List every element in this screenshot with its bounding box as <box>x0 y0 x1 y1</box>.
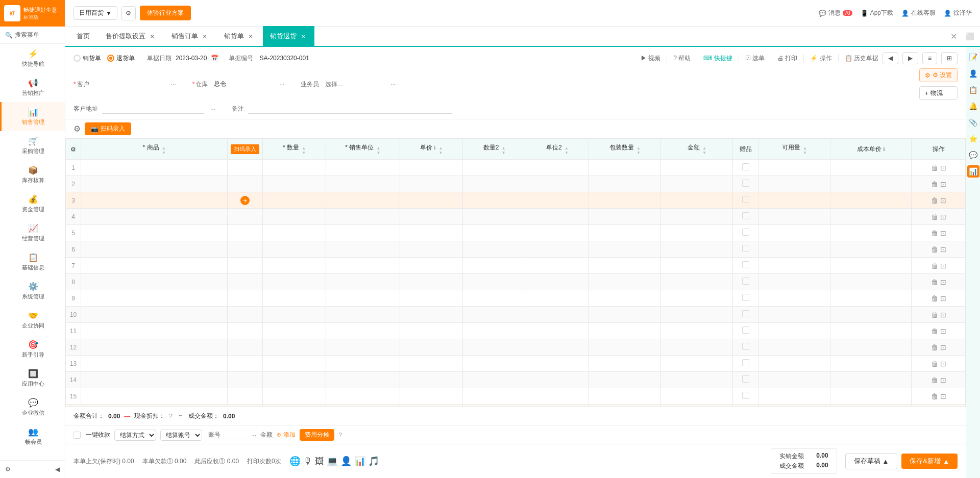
qty2-cell-7[interactable] <box>463 258 526 274</box>
calendar-icon[interactable]: 📅 <box>211 55 218 62</box>
qty-cell-3[interactable] <box>263 192 326 209</box>
user-avatar[interactable]: 👤 徐泽华 <box>944 9 972 17</box>
unit-price-cell-1[interactable] <box>400 160 462 176</box>
gift-cell-8[interactable] <box>733 274 758 290</box>
delete-icon-3[interactable]: 🗑 <box>931 196 938 205</box>
gift-cell-6[interactable] <box>733 241 758 258</box>
amount-cell-6[interactable] <box>661 241 733 258</box>
gift-checkbox-10[interactable] <box>742 310 749 317</box>
qty-cell-10[interactable] <box>263 307 326 323</box>
unit2-cell-3[interactable] <box>526 192 589 209</box>
pack-qty-cell-14[interactable] <box>589 372 661 388</box>
pack-qty-cell-7[interactable] <box>589 258 661 274</box>
sale-unit-cell-5[interactable] <box>326 225 400 241</box>
product-cell-11[interactable] <box>81 323 228 339</box>
settings-action-btn[interactable]: ⚙ ⚙ 设置 <box>919 68 958 82</box>
gift-checkbox-13[interactable] <box>742 359 749 366</box>
address-dots[interactable]: ··· <box>210 106 215 113</box>
add-row-btn-${rowNum}[interactable]: + <box>240 196 250 205</box>
gift-checkbox-5[interactable] <box>742 229 749 236</box>
tab-sale-return[interactable]: 销货退货 ✕ <box>263 26 314 46</box>
right-panel-icon-4[interactable]: 🔔 <box>967 100 979 112</box>
unit2-cell-2[interactable] <box>526 176 589 192</box>
unit-price-cell-9[interactable] <box>400 290 462 307</box>
sort-sale-unit[interactable]: ▲▼ <box>377 146 381 155</box>
sidebar-item-cooperation[interactable]: 🤝 企业协同 <box>0 306 65 335</box>
delete-icon-12[interactable]: 🗑 <box>931 343 938 351</box>
product-cell-13[interactable] <box>81 356 228 372</box>
radio-sale-return[interactable]: 退货单 <box>107 54 135 63</box>
product-cell-9[interactable] <box>81 290 228 307</box>
pack-qty-cell-12[interactable] <box>589 339 661 356</box>
qty2-cell-14[interactable] <box>463 372 526 388</box>
delete-icon-11[interactable]: 🗑 <box>931 327 938 335</box>
sale-unit-cell-13[interactable] <box>326 356 400 372</box>
amount-cell-15[interactable] <box>661 388 733 405</box>
fee-help-icon[interactable]: ? <box>338 432 342 439</box>
gift-cell-12[interactable] <box>733 339 758 356</box>
sale-unit-cell-14[interactable] <box>326 372 400 388</box>
available-cell-10[interactable] <box>758 307 830 323</box>
sale-unit-cell-1[interactable] <box>326 160 400 176</box>
sidebar-settings-icon[interactable]: ⚙ <box>5 466 11 473</box>
available-cell-14[interactable] <box>758 372 830 388</box>
scan-btn[interactable]: 📷 扫码录入 <box>85 122 131 135</box>
sale-unit-cell-4[interactable] <box>326 209 400 225</box>
unit2-cell-12[interactable] <box>526 339 589 356</box>
amount-cell-13[interactable] <box>661 356 733 372</box>
qty2-cell-5[interactable] <box>463 225 526 241</box>
gift-cell-4[interactable] <box>733 209 758 225</box>
sidebar-item-operations[interactable]: 📈 经营管理 <box>0 218 65 247</box>
right-panel-icon-2[interactable]: 👤 <box>967 67 979 80</box>
unit-price-cell-7[interactable] <box>400 258 462 274</box>
account-dots[interactable]: ··· <box>251 432 256 439</box>
qty2-cell-15[interactable] <box>463 388 526 405</box>
unit2-cell-9[interactable] <box>526 290 589 307</box>
sale-unit-cell-9[interactable] <box>326 290 400 307</box>
available-cell-6[interactable] <box>758 241 830 258</box>
add-payment-btn[interactable]: ⊕ 添加 <box>277 431 296 439</box>
fee-split-btn[interactable]: 费用分摊 <box>300 429 334 441</box>
qty-cell-2[interactable] <box>263 176 326 192</box>
qty-cell-13[interactable] <box>263 356 326 372</box>
unit-price-cell-5[interactable] <box>400 225 462 241</box>
sale-unit-cell-15[interactable] <box>326 388 400 405</box>
copy-icon-3[interactable]: ⊡ <box>940 196 946 205</box>
unit-price-cell-6[interactable] <box>400 241 462 258</box>
copy-icon-14[interactable]: ⊡ <box>940 376 946 384</box>
gift-cell-3[interactable] <box>733 192 758 209</box>
gift-checkbox-2[interactable] <box>742 180 749 187</box>
sale-unit-cell-11[interactable] <box>326 323 400 339</box>
gift-checkbox-9[interactable] <box>742 294 749 301</box>
product-cell-8[interactable] <box>81 274 228 290</box>
available-cell-11[interactable] <box>758 323 830 339</box>
product-cell-5[interactable] <box>81 225 228 241</box>
amount-cell-8[interactable] <box>661 274 733 290</box>
delete-icon-13[interactable]: 🗑 <box>931 360 938 368</box>
cost-price-cell-3[interactable] <box>830 192 912 209</box>
copy-icon-8[interactable]: ⊡ <box>940 278 946 286</box>
cost-price-cell-9[interactable] <box>830 290 912 307</box>
available-cell-7[interactable] <box>758 258 830 274</box>
unit-price-cell-3[interactable] <box>400 192 462 209</box>
qty2-cell-13[interactable] <box>463 356 526 372</box>
available-cell-9[interactable] <box>758 290 830 307</box>
next-btn[interactable]: ▶ <box>902 52 918 64</box>
qty-cell-9[interactable] <box>263 290 326 307</box>
qty2-cell-6[interactable] <box>463 241 526 258</box>
cost-price-cell-13[interactable] <box>830 356 912 372</box>
copy-icon-1[interactable]: ⊡ <box>940 164 946 172</box>
unit-price-cell-2[interactable] <box>400 176 462 192</box>
available-cell-12[interactable] <box>758 339 830 356</box>
tab-sale-order[interactable]: 销售订单 ✕ <box>164 26 216 46</box>
sort-unit-price[interactable]: ▲▼ <box>439 146 443 155</box>
qty2-cell-8[interactable] <box>463 274 526 290</box>
pack-qty-cell-2[interactable] <box>589 176 661 192</box>
qty2-cell-1[interactable] <box>463 160 526 176</box>
cost-price-cell-5[interactable] <box>830 225 912 241</box>
available-cell-1[interactable] <box>758 160 830 176</box>
sidebar-item-marketing[interactable]: 📢 营销推广 <box>0 73 65 102</box>
close-all-tabs[interactable]: ✕ <box>948 30 959 43</box>
calc-num-select[interactable]: 结算账号 <box>160 430 202 441</box>
qty-cell-5[interactable] <box>263 225 326 241</box>
